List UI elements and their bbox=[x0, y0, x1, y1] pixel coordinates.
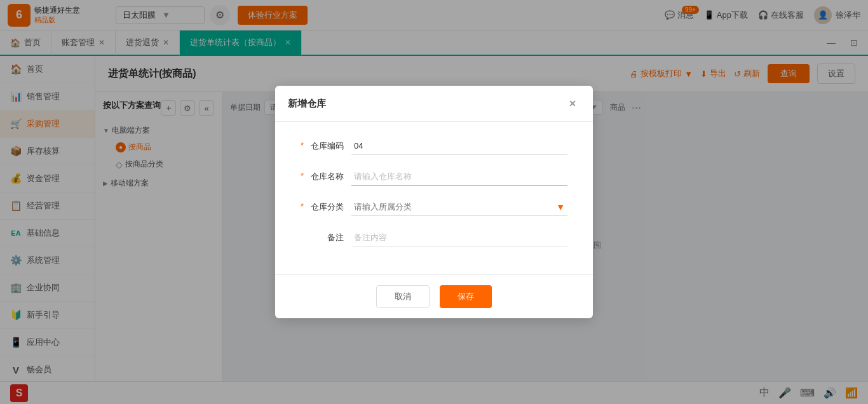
code-label: 仓库编码 bbox=[301, 140, 351, 152]
save-button[interactable]: 保存 bbox=[440, 285, 492, 308]
form-row-category: 仓库分类 ▼ bbox=[301, 198, 567, 216]
form-row-name: 仓库名称 bbox=[301, 168, 567, 185]
modal-overlay[interactable]: 新增仓库 × 仓库编码 仓库名称 仓库分类 ▼ bbox=[0, 0, 868, 404]
code-input[interactable] bbox=[351, 137, 567, 155]
remark-input[interactable] bbox=[351, 229, 567, 246]
name-label: 仓库名称 bbox=[301, 171, 351, 182]
remark-label: 备注 bbox=[301, 232, 351, 243]
category-arrow-icon: ▼ bbox=[556, 202, 565, 212]
modal-title: 新增仓库 bbox=[288, 98, 326, 110]
modal-close-button[interactable]: × bbox=[565, 96, 580, 111]
modal-footer: 取消 保存 bbox=[275, 274, 593, 318]
category-label: 仓库分类 bbox=[301, 201, 351, 213]
form-row-code: 仓库编码 bbox=[301, 137, 567, 155]
category-input[interactable] bbox=[351, 198, 567, 215]
modal-header: 新增仓库 × bbox=[275, 86, 593, 122]
modal-new-warehouse: 新增仓库 × 仓库编码 仓库名称 仓库分类 ▼ bbox=[275, 86, 593, 318]
cancel-button[interactable]: 取消 bbox=[376, 285, 430, 308]
modal-body: 仓库编码 仓库名称 仓库分类 ▼ 备注 bbox=[275, 122, 593, 274]
category-select-wrapper: ▼ bbox=[351, 198, 567, 216]
name-input[interactable] bbox=[351, 168, 567, 185]
form-row-remark: 备注 bbox=[301, 229, 567, 246]
